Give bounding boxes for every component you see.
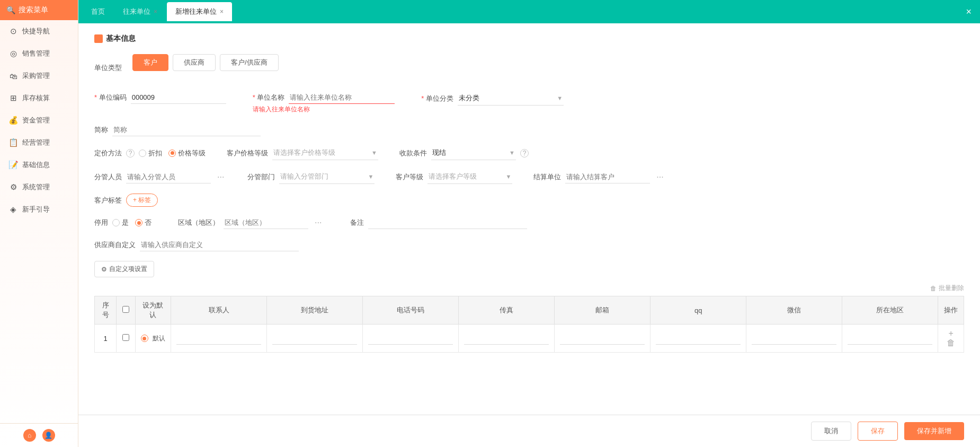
row-supervisor: 分管人员 ··· 分管部门 请输入分管部门 ▼ 客户等级 请选择客户等级 ▼ 结… [94, 170, 964, 184]
sidebar-item-quick-nav[interactable]: ⊙快捷导航 [0, 20, 78, 42]
tab-new-partner[interactable]: 新增往来单位 × [167, 2, 232, 21]
sidebar-item-system[interactable]: ⚙系统管理 [0, 176, 78, 198]
radio-disable-no[interactable]: 否 [135, 218, 152, 227]
save-new-button[interactable]: 保存并新增 [904, 422, 964, 440]
sidebar-item-guide[interactable]: ◈新手引导 [0, 198, 78, 221]
customer-price-level-select[interactable]: 请选择客户价格等级 ▼ [272, 146, 378, 160]
sidebar-item-operations[interactable]: 📋经营管理 [0, 132, 78, 154]
unit-code-input[interactable] [131, 91, 226, 104]
default-radio[interactable] [141, 335, 148, 342]
row-checkbox[interactable] [122, 334, 129, 341]
pricing-method-field: 定价方法 ? 折扣 价格等级 [94, 148, 206, 158]
close-main-btn[interactable]: × [961, 6, 976, 17]
unit-category-select[interactable]: 未分类 ▼ [458, 91, 564, 106]
unit-name-label: 单位名称 [253, 93, 285, 102]
phone-input[interactable] [368, 332, 453, 345]
basic-info-icon: 📝 [8, 160, 18, 170]
department-select[interactable]: 请输入分管部门 ▼ [279, 170, 375, 184]
col-header-sno: 序号 [95, 296, 117, 325]
tab-home[interactable]: 首页 [83, 2, 113, 21]
cell-operation: + 🗑 [938, 325, 964, 353]
unit-code-field: 单位编码 [94, 91, 226, 104]
radio-discount[interactable]: 折扣 [139, 148, 162, 158]
qq-input[interactable] [656, 332, 741, 345]
close-new-partner-tab[interactable]: × [220, 8, 224, 15]
unit-category-field: 单位分类 未分类 ▼ [421, 91, 564, 106]
home-icon[interactable]: ⌂ [23, 429, 36, 442]
address-input[interactable] [272, 332, 357, 345]
region-input[interactable] [224, 216, 308, 229]
supervisor-more-btn[interactable]: ··· [215, 172, 226, 182]
section-icon [94, 34, 103, 43]
tab-new-partner-label: 新增往来单位 [175, 7, 217, 16]
close-partners-tab[interactable]: × [154, 8, 157, 15]
user-icon[interactable]: 👤 [42, 429, 55, 442]
supplier-custom-input[interactable] [140, 239, 299, 251]
select-all-checkbox[interactable] [122, 306, 129, 313]
table-section: 🗑 批量删除 序号 设为默认 联系人 到货地址 电话号码 传真 [94, 284, 964, 353]
delete-row-btn[interactable]: 🗑 [947, 338, 955, 348]
customer-level-select[interactable]: 请选择客户等级 ▼ [427, 170, 512, 184]
add-tag-btn[interactable]: + 标签 [126, 194, 158, 207]
cancel-button[interactable]: 取消 [811, 422, 851, 441]
tab-partners[interactable]: 往来单位 × [114, 2, 166, 21]
operations-icon: 📋 [8, 138, 18, 147]
remark-input[interactable] [368, 216, 527, 229]
radio-disable-yes[interactable]: 是 [112, 218, 129, 227]
pricing-method-label: 定价方法 [94, 148, 122, 158]
short-name-label: 简称 [94, 125, 108, 135]
sidebar-item-purchase[interactable]: 🛍采购管理 [0, 65, 78, 87]
section-title: 基本信息 [94, 34, 964, 43]
unit-type-label: 单位类型 [94, 63, 122, 73]
customer-level-label: 客户等级 [396, 172, 423, 182]
settlement-unit-input[interactable] [565, 171, 650, 183]
custom-settings-label: 自定义项设置 [109, 265, 147, 274]
type-btn-both[interactable]: 客户/供应商 [220, 54, 279, 71]
region-table-input[interactable] [848, 332, 932, 345]
col-header-default: 设为默认 [135, 296, 171, 325]
sidebar-item-sales[interactable]: ◎销售管理 [0, 42, 78, 65]
payment-terms-help-icon[interactable]: ? [520, 149, 529, 157]
payment-terms-select[interactable]: 现结 ▼ [431, 146, 516, 160]
add-row-btn[interactable]: + [948, 329, 953, 338]
sidebar-item-label: 销售管理 [22, 49, 50, 58]
radio-price-level[interactable]: 价格等级 [168, 148, 206, 158]
wechat-input[interactable] [752, 332, 836, 345]
search-label: 搜索菜单 [19, 5, 48, 15]
short-name-input[interactable] [112, 124, 261, 136]
email-input[interactable] [560, 332, 645, 345]
unit-name-input[interactable] [289, 91, 395, 104]
customer-level-field: 客户等级 请选择客户等级 ▼ [396, 170, 512, 184]
search-menu-btn[interactable]: 🔍 搜索菜单 [0, 0, 78, 20]
pricing-radio-group: 折扣 价格等级 [139, 148, 206, 158]
sidebar-item-label: 基础信息 [22, 160, 50, 170]
cell-fax [459, 325, 555, 353]
sidebar-item-inventory[interactable]: ⊞库存核算 [0, 87, 78, 109]
customer-level-chevron: ▼ [505, 173, 511, 180]
disable-label: 停用 [94, 218, 108, 227]
type-btn-customer[interactable]: 客户 [132, 54, 168, 71]
batch-delete-label[interactable]: 批量删除 [939, 284, 964, 293]
pricing-help-icon[interactable]: ? [126, 149, 135, 157]
sidebar: 🔍 搜索菜单 ⊙快捷导航◎销售管理🛍采购管理⊞库存核算💰资金管理📋经营管理📝基础… [0, 0, 78, 447]
region-more-btn[interactable]: ··· [313, 218, 324, 227]
tab-home-label: 首页 [91, 7, 105, 16]
contact-input[interactable] [176, 332, 261, 345]
supervisor-input[interactable] [126, 171, 211, 183]
cell-email [555, 325, 651, 353]
sidebar-item-finance[interactable]: 💰资金管理 [0, 109, 78, 132]
col-header-region: 所在地区 [842, 296, 938, 325]
fax-input[interactable] [464, 332, 549, 345]
sidebar-item-basic-info[interactable]: 📝基础信息 [0, 154, 78, 176]
payment-terms-label: 收款条件 [399, 148, 427, 158]
settlement-unit-more-btn[interactable]: ··· [654, 172, 665, 182]
save-button[interactable]: 保存 [858, 422, 898, 441]
sales-icon: ◎ [8, 49, 18, 58]
cell-region [842, 325, 938, 353]
unit-type-row: 单位类型 客户 供应商 客户/供应商 [94, 54, 964, 82]
cell-address [267, 325, 363, 353]
custom-settings-btn[interactable]: ⚙ 自定义项设置 [94, 261, 154, 277]
type-btn-supplier[interactable]: 供应商 [173, 54, 216, 71]
section-title-text: 基本信息 [106, 34, 136, 43]
supervisor-field: 分管人员 ··· [94, 171, 226, 183]
